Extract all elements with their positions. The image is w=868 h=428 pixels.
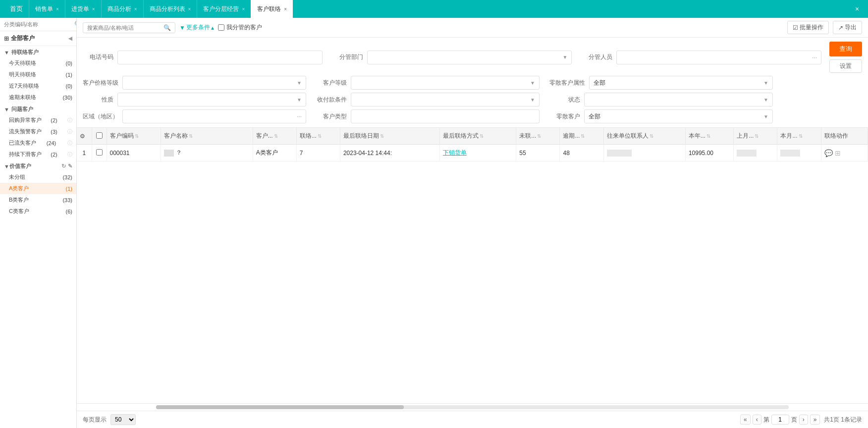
th-last-contact-method: 最后联络方式 ⇅	[439, 128, 516, 145]
status-field: 状态 ▼	[549, 93, 773, 107]
td-customer-type: A类客户	[253, 145, 296, 161]
th-actions: 联络动作	[821, 128, 868, 145]
th-settings[interactable]: ⚙	[77, 128, 92, 145]
customer-grade-select[interactable]: ▼	[351, 76, 540, 90]
sort-icon-year[interactable]: ⇅	[706, 133, 710, 139]
total-info: 共1页 1条记录	[824, 416, 862, 424]
td-code: 000031	[107, 145, 161, 161]
close-analysis-tab[interactable]: ×	[134, 6, 137, 12]
sort-icon-last-month[interactable]: ⇅	[755, 133, 759, 139]
price-grade-select[interactable]: ▼	[122, 76, 306, 90]
contact-action-icon[interactable]: 💬	[824, 149, 833, 157]
collapse-icon[interactable]: ◀	[68, 36, 72, 41]
sidebar-item-declining[interactable]: 持续下滑客户 (2) ⓘ	[0, 149, 76, 160]
td-not-contacted: 55	[516, 145, 560, 161]
next-page-btn[interactable]: ›	[799, 415, 808, 425]
th-overdue: 逾期... ⇅	[560, 128, 603, 145]
phone-input[interactable]	[117, 51, 323, 64]
first-page-btn[interactable]: «	[740, 415, 751, 425]
td-checkbox[interactable]	[92, 145, 107, 161]
sort-icon-type[interactable]: ⇅	[274, 133, 278, 139]
customer-type-input[interactable]	[351, 109, 540, 123]
payment-select[interactable]: ▼	[351, 93, 540, 107]
sort-icon-name[interactable]: ⇅	[189, 133, 193, 139]
info-icon-repurchase: ⓘ	[67, 117, 72, 124]
close-segment-tab[interactable]: ×	[242, 6, 245, 12]
close-all-tabs[interactable]: ×	[850, 2, 864, 16]
nav-tab-customer-contact[interactable]: 客户联络 ×	[251, 0, 293, 18]
retail-customer-field: 零散客户 全部 ▼	[549, 109, 773, 123]
close-analysis-list-tab[interactable]: ×	[188, 6, 191, 12]
sidebar-search-input[interactable]	[4, 21, 72, 27]
close-contact-tab[interactable]: ×	[284, 6, 287, 12]
filter-search-icon[interactable]: 🔍	[163, 24, 171, 31]
all-customers-header[interactable]: ⊞ 全部客户 ◀	[0, 31, 76, 46]
pagination: « ‹ 第 页 › »	[740, 415, 820, 425]
status-select[interactable]: ▼	[584, 93, 773, 107]
nav-tab-purchase[interactable]: 进货单 ×	[65, 0, 101, 18]
filter-search-input[interactable]	[87, 25, 162, 31]
select-all-checkbox[interactable]	[96, 132, 103, 139]
sort-icon-method[interactable]: ⇅	[480, 133, 484, 139]
batch-operation-btn[interactable]: ☑ 批量操作	[787, 21, 829, 34]
th-checkbox[interactable]	[92, 128, 107, 145]
dept-select[interactable]: ▼	[367, 51, 572, 64]
refresh-icon[interactable]: ↻	[61, 163, 66, 169]
more-action-icon[interactable]: ⊞	[835, 149, 841, 157]
sort-icon-code[interactable]: ⇅	[135, 133, 139, 139]
th-last-month: 上月... ⇅	[734, 128, 777, 145]
nav-tab-analysis-list[interactable]: 商品分析列表 ×	[143, 0, 197, 18]
row-checkbox[interactable]	[96, 149, 103, 156]
sort-icon-contacts[interactable]: ⇅	[650, 133, 653, 139]
sort-icon-overdue[interactable]: ⇅	[581, 133, 585, 139]
close-sales-tab[interactable]: ×	[56, 6, 59, 12]
horizontal-scrollbar[interactable]	[156, 405, 789, 409]
sidebar-item-class-a[interactable]: A类客户 (1)	[0, 183, 76, 194]
sidebar-item-7days[interactable]: 近7天待联络 (0)	[0, 80, 76, 92]
nature-select[interactable]: ▼	[117, 93, 306, 107]
manager-input[interactable]: ···	[616, 51, 821, 64]
nav-tab-sales[interactable]: 销售单 ×	[29, 0, 65, 18]
td-last-method[interactable]: 下销货单	[439, 145, 516, 161]
sort-icon-date[interactable]: ⇅	[380, 133, 384, 139]
retail-attr-select[interactable]: 全部 ▼	[589, 76, 773, 90]
sort-icon-contact[interactable]: ⇅	[318, 133, 322, 139]
nav-home[interactable]: 首页	[4, 0, 29, 18]
sidebar-item-class-c[interactable]: C类客户 (6)	[0, 206, 76, 217]
sidebar-item-repurchase[interactable]: 回购异常客户 (2) ⓘ	[0, 114, 76, 126]
nav-tab-customer-segment[interactable]: 客户分层经营 ×	[197, 0, 251, 18]
sidebar-item-today[interactable]: 今天待联络 (0)	[0, 57, 76, 69]
th-customer-type: 客户... ⇅	[253, 128, 296, 145]
close-purchase-tab[interactable]: ×	[92, 6, 95, 12]
export-btn[interactable]: ↗ 导出	[833, 21, 862, 34]
sidebar-search-container: 🔍	[0, 18, 76, 31]
my-customers-checkbox[interactable]	[218, 24, 224, 31]
region-input[interactable]: ···	[122, 109, 306, 123]
sidebar-item-overdue[interactable]: 逾期未联络 (30)	[0, 92, 76, 103]
my-customers-filter[interactable]: 我分管的客户	[218, 23, 262, 32]
current-page-input[interactable]	[771, 415, 789, 425]
filter-actions: 查询 设置	[829, 42, 862, 73]
th-not-contacted: 未联... ⇅	[516, 128, 560, 145]
sort-icon-not-contacted[interactable]: ⇅	[537, 133, 541, 139]
last-page-btn[interactable]: »	[810, 415, 820, 425]
prev-page-btn[interactable]: ‹	[753, 415, 761, 425]
scrollbar-thumb[interactable]	[156, 405, 404, 409]
sidebar-item-class-b[interactable]: B类客户 (33)	[0, 194, 76, 206]
sidebar-item-churn-warning[interactable]: 流失预警客户 (3) ⓘ	[0, 126, 76, 137]
sidebar-item-tomorrow[interactable]: 明天待联络 (1)	[0, 69, 76, 80]
sidebar-item-unclassified[interactable]: 未分组 (32)	[0, 171, 76, 183]
th-this-month: 本月... ⇅	[777, 128, 821, 145]
filter-search-container: 🔍	[83, 22, 175, 33]
query-button[interactable]: 查询	[829, 42, 862, 56]
retail-customer-select[interactable]: 全部 ▼	[584, 109, 773, 123]
sort-icon-this-month[interactable]: ⇅	[799, 133, 803, 139]
edit-icon[interactable]: ✎	[68, 163, 72, 169]
export-icon: ↗	[838, 24, 843, 31]
nav-tab-analysis[interactable]: 商品分析 ×	[101, 0, 143, 18]
sidebar-item-churned[interactable]: 已流失客户 (24) ⓘ	[0, 137, 76, 149]
page-size-select[interactable]: 50 100 200	[110, 414, 136, 425]
filter-more-btn[interactable]: ▼ 更多条件 ▴	[179, 23, 214, 32]
payment-field: 收付款条件 ▼	[316, 93, 540, 107]
settings-button[interactable]: 设置	[829, 59, 862, 73]
